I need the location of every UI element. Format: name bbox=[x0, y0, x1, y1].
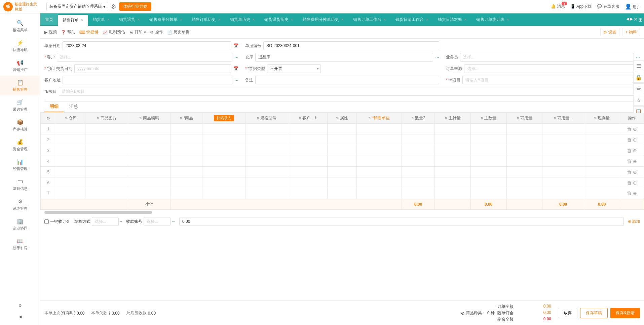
settings-gear-icon[interactable]: ⚙ bbox=[111, 3, 116, 10]
toolbar-print-button[interactable]: 🖨 打印 ▾ bbox=[129, 29, 146, 35]
delete-row-icon[interactable]: 🗑 bbox=[627, 159, 632, 164]
a-project-input[interactable] bbox=[462, 76, 640, 84]
float-list-icon[interactable]: ☰ bbox=[633, 60, 644, 71]
app-download-button[interactable]: 📱 App下载 bbox=[570, 4, 592, 9]
tab-close-all-icon[interactable]: ✕ bbox=[634, 16, 638, 23]
solution-button[interactable]: 体验行业方案 bbox=[119, 2, 151, 11]
cell-stock-1[interactable] bbox=[584, 124, 620, 134]
tab-bill-history[interactable]: 销货单历史 ✕ bbox=[225, 14, 260, 25]
tab-summary-detail[interactable]: 汇总 bbox=[64, 101, 83, 112]
sidebar-item-quick-nav[interactable]: ⚡ 快捷导航 bbox=[0, 36, 40, 56]
sidebar-item-search-menu[interactable]: 🔍 搜索菜单 bbox=[0, 16, 40, 36]
customer-expand-icon[interactable]: ··· bbox=[234, 54, 238, 60]
copy-row-icon[interactable]: ⊕ bbox=[633, 137, 637, 143]
cell-warehouse-1[interactable] bbox=[56, 124, 85, 134]
scan-button[interactable]: 扫码录入 bbox=[214, 115, 234, 121]
save-new-button[interactable]: 保存&新增 bbox=[610, 308, 640, 318]
col-settings[interactable]: ⚙ bbox=[41, 113, 56, 124]
horizontal-scrollbar[interactable] bbox=[44, 211, 152, 214]
toolbar-ops-button[interactable]: ⚙ 操作 bbox=[150, 29, 163, 35]
sidebar-item-marketing[interactable]: 📢 营销推广 bbox=[0, 56, 40, 76]
system-selector[interactable]: 装备及固定资产辅助管理系统 ▾ bbox=[46, 2, 108, 11]
customer-addr-input[interactable] bbox=[63, 76, 232, 84]
customer-input[interactable] bbox=[57, 53, 233, 62]
print-dropdown-icon[interactable]: ▾ bbox=[144, 30, 146, 35]
add-payment-button[interactable]: ⊕ 添加 bbox=[628, 219, 640, 225]
order-source-input[interactable] bbox=[464, 64, 636, 73]
sidebar-item-guide[interactable]: 📖 新手引导 bbox=[0, 234, 40, 254]
toolbar-add-material-button[interactable]: + 物料 bbox=[622, 28, 640, 36]
delete-row-icon[interactable]: 🗑 bbox=[627, 137, 632, 143]
delete-row-icon[interactable]: 🗑 bbox=[627, 148, 632, 153]
sidebar-collapse-button[interactable]: ◀ bbox=[0, 311, 40, 322]
calendar-icon[interactable]: 📅 bbox=[233, 43, 238, 48]
delete-row-icon[interactable]: 🗑 bbox=[627, 126, 632, 132]
one-click-checkbox-input[interactable] bbox=[44, 219, 49, 224]
tab-sales-bill[interactable]: 销货单 ✕ bbox=[88, 14, 114, 25]
tab-more-icon[interactable]: ⊞ bbox=[638, 16, 643, 23]
tab-close-icon[interactable]: ✕ bbox=[426, 18, 428, 22]
toolbar-history-button[interactable]: 📄 历史单据 bbox=[167, 29, 190, 35]
cell-main-qty-1[interactable] bbox=[470, 124, 506, 134]
sidebar-item-operations[interactable]: 📊 经营管理 bbox=[0, 155, 40, 175]
discard-button[interactable]: 放弃 bbox=[558, 308, 577, 318]
save-draft-button[interactable]: 保存草稿 bbox=[580, 308, 608, 318]
sidebar-item-sales[interactable]: 📋 销售管理 bbox=[0, 76, 40, 95]
float-star-icon[interactable]: ☆ bbox=[633, 95, 644, 106]
tab-cash-reconcile[interactable]: 钱货日清对账 ✕ bbox=[433, 14, 471, 25]
tab-expense-split[interactable]: 销售费用分摊单 ✕ bbox=[145, 14, 187, 25]
date-input[interactable] bbox=[63, 41, 231, 50]
tab-close-icon[interactable]: ✕ bbox=[252, 18, 255, 22]
tab-close-icon[interactable]: ✕ bbox=[218, 18, 221, 22]
delivery-calendar-icon[interactable]: 📅 bbox=[233, 66, 238, 71]
tab-close-icon[interactable]: ✕ bbox=[464, 18, 467, 22]
copy-row-icon[interactable]: ⊕ bbox=[633, 126, 637, 132]
tab-home[interactable]: 首页 bbox=[40, 14, 58, 25]
tab-close-icon[interactable]: ✕ bbox=[341, 18, 344, 22]
copy-row-icon[interactable]: ⊕ bbox=[633, 180, 637, 186]
account-input[interactable] bbox=[144, 217, 171, 226]
sidebar-item-system[interactable]: ⚙ 系统管理 bbox=[0, 195, 40, 214]
tab-sales-order[interactable]: 销售订单 ✕ bbox=[58, 15, 88, 26]
salesperson-expand-icon[interactable]: ··· bbox=[636, 54, 640, 60]
cell-product-1[interactable] bbox=[171, 124, 202, 134]
user-avatar[interactable]: 👤 用户 bbox=[625, 3, 641, 10]
sidebar-item-finance[interactable]: 💰 资金管理 bbox=[0, 135, 40, 155]
sidebar-item-enterprise[interactable]: 🏢 企业协同 bbox=[0, 214, 40, 234]
tab-cash-workbench[interactable]: 钱货日清工作台 ✕ bbox=[391, 14, 433, 25]
payment-method-dropdown-icon[interactable]: ▾ bbox=[120, 219, 122, 224]
tab-close-icon[interactable]: ✕ bbox=[180, 18, 182, 22]
toolbar-shortcut-button[interactable]: ⌨ 快捷键 bbox=[79, 29, 99, 35]
invoice-input[interactable] bbox=[267, 64, 321, 73]
float-edit-icon[interactable]: ✏ bbox=[633, 83, 644, 94]
tab-close-icon[interactable]: ✕ bbox=[291, 18, 293, 22]
b-project-input[interactable] bbox=[59, 87, 640, 96]
tab-order-history[interactable]: 销售订单历史 ✕ bbox=[187, 14, 225, 25]
copy-row-icon[interactable]: ⊕ bbox=[633, 159, 637, 164]
warehouse-input[interactable] bbox=[255, 53, 433, 62]
delete-row-icon[interactable]: 🗑 bbox=[627, 180, 632, 186]
account-expand-icon[interactable]: ··· bbox=[172, 219, 175, 224]
tab-close-icon[interactable]: ✕ bbox=[137, 18, 140, 22]
current-debt-info-icon[interactable]: ℹ bbox=[109, 311, 110, 316]
sidebar-item-purchase[interactable]: 🛒 采购管理 bbox=[0, 95, 40, 115]
invoice-dropdown-icon[interactable]: ▾ bbox=[317, 66, 319, 71]
order-no-input[interactable] bbox=[263, 41, 439, 50]
cell-avail2-1[interactable] bbox=[542, 124, 584, 134]
salesperson-input[interactable] bbox=[460, 53, 634, 62]
float-lock-icon[interactable]: 🔒 bbox=[633, 72, 644, 83]
tab-close-icon[interactable]: ✕ bbox=[81, 18, 83, 22]
cell-unit-1[interactable] bbox=[356, 124, 402, 134]
cell-image-1[interactable] bbox=[85, 124, 128, 134]
toolbar-settings-button[interactable]: ⚙ 设置 bbox=[600, 28, 619, 36]
copy-row-icon[interactable]: ⊕ bbox=[633, 191, 637, 196]
tab-return-history[interactable]: 销货退货历史 ✕ bbox=[260, 14, 298, 25]
online-service-button[interactable]: 💬 在线客服 bbox=[597, 4, 619, 9]
cell-qty2-1[interactable] bbox=[402, 124, 435, 134]
warehouse-expand-icon[interactable]: ··· bbox=[435, 54, 439, 60]
sidebar-item-base-info[interactable]: 🗃 基础信息 bbox=[0, 175, 40, 195]
customer-addr-expand-icon[interactable]: ··· bbox=[234, 77, 238, 83]
remark-input[interactable] bbox=[255, 76, 439, 84]
tab-close-icon[interactable]: ✕ bbox=[383, 18, 386, 22]
delete-row-icon[interactable]: 🗑 bbox=[627, 169, 632, 175]
